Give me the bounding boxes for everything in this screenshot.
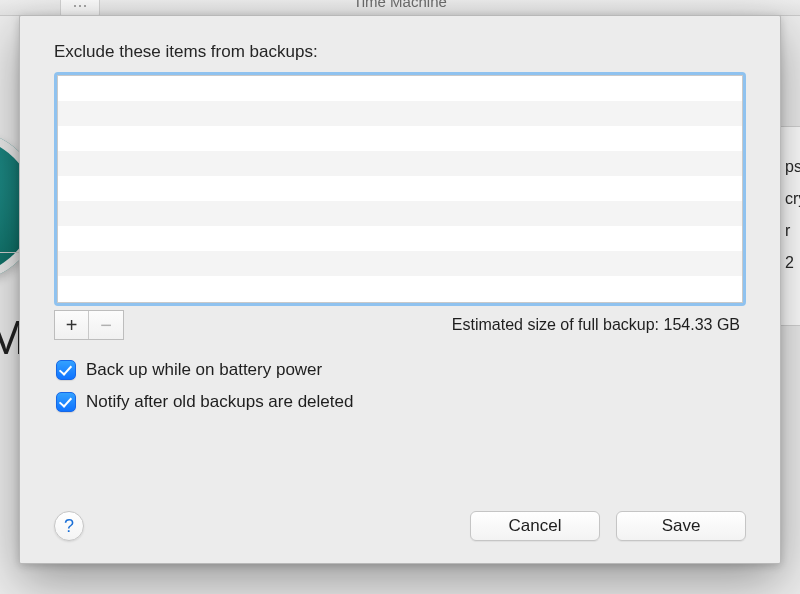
list-row[interactable] — [58, 226, 742, 251]
exclude-list-focus-ring — [54, 72, 746, 306]
checks-group: Back up while on battery power Notify af… — [54, 360, 746, 412]
estimate-label: Estimated size of full backup: 154.33 GB — [452, 316, 746, 334]
estimate-prefix: Estimated size of full backup: — [452, 316, 664, 333]
under-list-bar: + − Estimated size of full backup: 154.3… — [54, 308, 746, 342]
list-row[interactable] — [58, 276, 742, 301]
add-button[interactable]: + — [55, 311, 89, 339]
options-sheet: Exclude these items from backups: + − Es… — [19, 15, 781, 564]
exclude-heading: Exclude these items from backups: — [54, 42, 746, 62]
exclude-list[interactable] — [57, 75, 743, 303]
check-notify-row[interactable]: Notify after old backups are deleted — [56, 392, 746, 412]
remove-button[interactable]: − — [89, 311, 123, 339]
bg-disk-text-line: psu — [785, 151, 800, 183]
bg-disk-text-line: cry — [785, 183, 800, 215]
check-notify-label: Notify after old backups are deleted — [86, 392, 353, 412]
save-button[interactable]: Save — [616, 511, 746, 541]
list-row[interactable] — [58, 251, 742, 276]
add-remove-group: + − — [54, 310, 124, 340]
window-titlebar: ··· Time Machine — [0, 0, 800, 16]
estimate-value: 154.33 GB — [664, 316, 741, 333]
check-battery-label: Back up while on battery power — [86, 360, 322, 380]
checkbox-notify[interactable] — [56, 392, 76, 412]
checkbox-battery[interactable] — [56, 360, 76, 380]
window-title: Time Machine — [353, 0, 447, 7]
list-row[interactable] — [58, 201, 742, 226]
help-button[interactable]: ? — [54, 511, 84, 541]
list-row[interactable] — [58, 126, 742, 151]
help-icon: ? — [64, 516, 74, 537]
bg-disk-text-line: r 2 — [785, 215, 800, 279]
cancel-button[interactable]: Cancel — [470, 511, 600, 541]
list-row[interactable] — [58, 101, 742, 126]
list-row[interactable] — [58, 151, 742, 176]
check-battery-row[interactable]: Back up while on battery power — [56, 360, 746, 380]
plus-icon: + — [66, 314, 78, 336]
minus-icon: − — [100, 314, 112, 336]
footer-buttons: Cancel Save — [470, 511, 746, 541]
list-row[interactable] — [58, 176, 742, 201]
sheet-footer: ? Cancel Save — [54, 493, 746, 541]
list-row[interactable] — [58, 76, 742, 101]
